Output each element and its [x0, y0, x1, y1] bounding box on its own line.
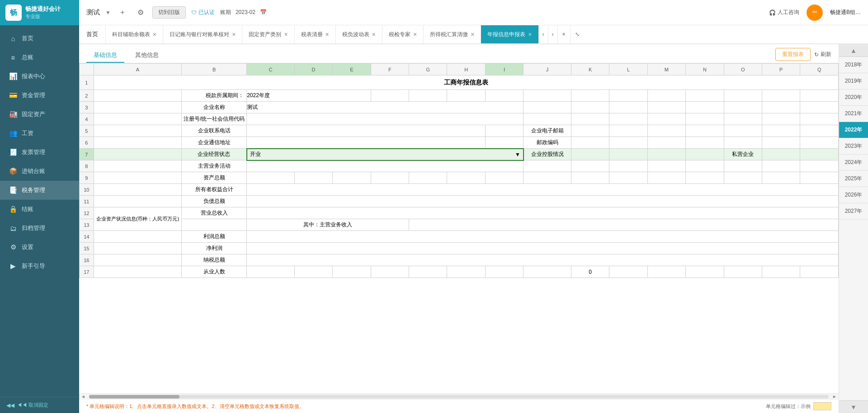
cell-4-c[interactable] [247, 113, 524, 125]
cell-4-o[interactable] [724, 113, 762, 125]
cell-9-f[interactable] [371, 172, 409, 184]
tab-tax-expert[interactable]: 税检专家 × [382, 25, 424, 43]
cell-7-q[interactable] [800, 149, 839, 160]
cell-2-g[interactable] [409, 90, 447, 102]
cell-5-a[interactable] [94, 125, 182, 137]
cell-8-o[interactable] [724, 160, 762, 172]
cell-2-b[interactable]: 税款所属期间： [182, 90, 247, 102]
cell-7-c[interactable]: 开业 ▼ [247, 149, 524, 160]
cell-10-b[interactable]: 所有者权益合计 [182, 184, 247, 196]
cell-3-o[interactable] [724, 102, 762, 113]
cell-15-a[interactable] [94, 243, 182, 254]
cell-title[interactable]: 工商年报信息表 [94, 75, 838, 90]
cell-13-c[interactable]: 其中：主营业务收入 [247, 219, 409, 231]
cell-8-m[interactable] [647, 160, 685, 172]
tab-annual-report[interactable]: 年报信息申报表 × [481, 25, 538, 43]
year-scroll-down-button[interactable]: ▼ [839, 400, 868, 413]
sidebar-item-finance[interactable]: 💳 资金管理 [0, 86, 79, 105]
cell-9-e[interactable] [333, 172, 371, 184]
sidebar-item-invoice[interactable]: 🧾 发票管理 [0, 143, 79, 162]
cell-5-q[interactable] [800, 125, 839, 137]
cell-17-k[interactable]: 0 [571, 266, 609, 278]
year-item-2021[interactable]: 2021年 [839, 106, 868, 122]
cell-17-n[interactable] [686, 266, 724, 278]
cell-3-c[interactable]: 测试 [247, 102, 524, 113]
cell-17-d[interactable] [294, 266, 332, 278]
cell-2-h[interactable] [447, 90, 485, 102]
year-item-2019[interactable]: 2019年 [839, 73, 868, 89]
cell-17-p[interactable] [762, 266, 800, 278]
year-item-2022[interactable]: 2022年 [839, 122, 868, 138]
cell-12-rest[interactable] [247, 207, 839, 219]
cell-10-rest[interactable] [247, 184, 839, 196]
cell-9-m[interactable] [647, 172, 685, 184]
cell-2-i[interactable] [485, 90, 523, 102]
cell-6-b[interactable]: 企业通信地址 [182, 137, 247, 149]
cell-5-j[interactable]: 企业电子邮箱 [524, 125, 571, 137]
tab-home[interactable]: 首页 [79, 25, 106, 43]
cell-2-a[interactable] [94, 90, 182, 102]
cell-2-j[interactable] [524, 90, 571, 102]
cell-11-a[interactable] [94, 196, 182, 207]
cell-17-c[interactable] [247, 266, 295, 278]
cell-5-i[interactable] [485, 125, 523, 137]
cell-5-o[interactable] [724, 125, 762, 137]
cell-9-q[interactable] [800, 172, 839, 184]
cell-7-b[interactable]: 企业经营状态 [182, 149, 247, 160]
cell-15-b[interactable]: 净利润 [182, 243, 247, 254]
tab-close-annual-report[interactable]: × [528, 31, 532, 38]
cell-12-a[interactable]: 企业资产状况信息(币种：人民币万元) [94, 207, 182, 231]
tab-close-all-button[interactable]: × [558, 25, 571, 43]
year-item-2018[interactable]: 2018年 [839, 57, 868, 73]
cell-7-j[interactable]: 企业控股情况 [524, 149, 571, 160]
cell-5-l[interactable] [609, 125, 647, 137]
tab-close-tax-expert[interactable]: × [413, 31, 417, 38]
year-item-2024[interactable]: 2024年 [839, 155, 868, 171]
year-item-2026[interactable]: 2026年 [839, 187, 868, 203]
cell-7-m[interactable] [647, 149, 685, 160]
sidebar-item-closing[interactable]: 🔒 结账 [0, 200, 79, 219]
cell-6-i[interactable] [485, 137, 523, 149]
cell-17-m[interactable] [647, 266, 685, 278]
cell-17-i[interactable] [485, 266, 523, 278]
topbar-dropdown-arrow[interactable]: ▼ [105, 9, 111, 16]
cell-14-b[interactable]: 利润总额 [182, 231, 247, 243]
scrollbar-track[interactable] [89, 395, 829, 399]
cell-14-a[interactable] [94, 231, 182, 243]
cell-3-a[interactable] [94, 102, 182, 113]
tab-close-aux[interactable]: × [153, 31, 156, 38]
cell-6-j[interactable]: 邮政编码 [524, 137, 571, 149]
cell-8-l[interactable] [609, 160, 647, 172]
cell-8-q[interactable] [800, 160, 839, 172]
cell-17-l[interactable] [609, 266, 647, 278]
cell-9-n[interactable] [686, 172, 724, 184]
sidebar-item-tax[interactable]: 📑 税务管理 [0, 181, 79, 200]
year-item-2027[interactable]: 2027年 [839, 203, 868, 220]
cancel-pin-button[interactable]: ◀◀ ◀◀ 取消固定 [0, 397, 79, 413]
tab-aux[interactable]: 科目辅助余额表 × [106, 25, 163, 43]
cell-17-b[interactable]: 从业人数 [182, 266, 247, 278]
cell-5-n[interactable] [686, 125, 724, 137]
cell-6-m[interactable] [647, 137, 685, 149]
cell-6-n[interactable] [686, 137, 724, 149]
tab-expand-button[interactable]: ⤡ [571, 25, 584, 43]
horizontal-scrollbar[interactable]: ◄ ► [79, 394, 839, 399]
topbar-settings-button[interactable]: ⚙ [134, 6, 147, 19]
cell-7-k[interactable] [571, 149, 609, 160]
refresh-button[interactable]: ↻ 刷新 [814, 51, 831, 58]
cell-4-n[interactable] [686, 113, 724, 125]
sidebar-item-reports[interactable]: 📊 报表中心 [0, 67, 79, 86]
cell-2-m[interactable] [647, 90, 685, 102]
cell-6-q[interactable] [800, 137, 839, 149]
cell-8-j[interactable] [524, 160, 571, 172]
cell-11-b[interactable]: 负债总额 [182, 196, 247, 207]
sidebar-item-guide[interactable]: ▶ 新手引导 [0, 257, 79, 276]
sidebar-item-archive[interactable]: 🗂 归档管理 [0, 219, 79, 238]
cell-9-c[interactable] [247, 172, 295, 184]
cell-11-rest[interactable] [247, 196, 839, 207]
cell-17-e[interactable] [333, 266, 371, 278]
tab-close-tax-risk[interactable]: × [372, 31, 376, 38]
sidebar-item-payroll[interactable]: 👥 工资 [0, 124, 79, 143]
cell-9-h[interactable] [447, 172, 485, 184]
cell-3-l[interactable] [609, 102, 647, 113]
